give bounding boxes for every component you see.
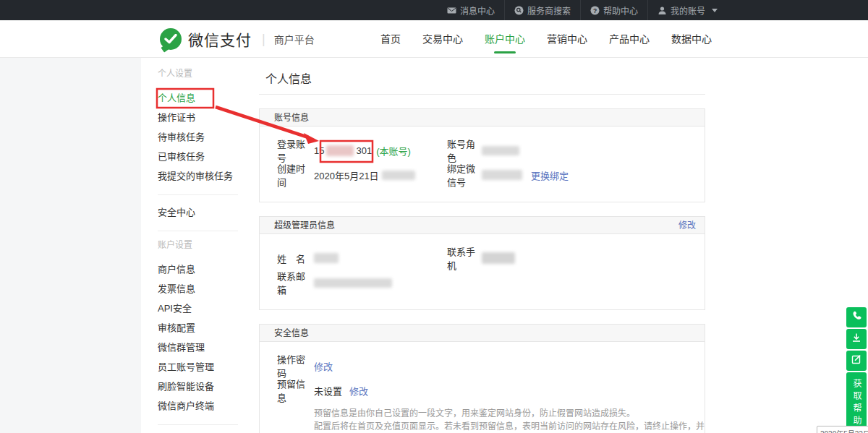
account-info-card-header: 账号信息 — [260, 109, 705, 127]
login-account-value: 15 301 (本账号) — [314, 144, 411, 158]
redacted-contact-phone — [482, 252, 515, 264]
chevron-down-icon — [712, 9, 718, 12]
feedback-button[interactable] — [846, 351, 867, 371]
reserved-edit-link[interactable]: 修改 — [349, 384, 368, 398]
sidebar-section-security: 安全中心 — [141, 195, 250, 222]
title-divider — [259, 94, 705, 95]
reserved-info-label: 预留信息 — [277, 377, 314, 404]
redacted-admin-name — [314, 253, 339, 263]
card-title: 超级管理员信息 — [274, 217, 335, 233]
sidebar-item-api-security[interactable]: API安全 — [141, 299, 250, 318]
topbar-item-label: 服务商搜索 — [527, 4, 571, 17]
left-gutter — [0, 58, 141, 433]
redacted-account-role — [482, 146, 519, 155]
redacted-wechat-id — [482, 170, 522, 180]
account-role-label: 账号角色 — [447, 137, 482, 164]
change-binding-link[interactable]: 更换绑定 — [531, 168, 569, 182]
account-info-card: 账号信息 登录账号 15 301 (本账号) 账号角色 — [259, 108, 705, 202]
main-content: 个人信息 账号信息 登录账号 15 301 (本账号) — [259, 58, 705, 433]
redacted-created-time — [382, 171, 415, 180]
sidebar-item-wechat-group[interactable]: 微信群管理 — [141, 338, 250, 357]
svg-text:?: ? — [593, 7, 597, 14]
header: 微信支付 | 商户平台 首页 交易中心 账户中心 营销中心 产品中心 数据中心 — [0, 20, 868, 58]
topbar-item-messages[interactable]: 消息中心 — [438, 0, 504, 20]
sidebar-section-account: 账户设置 商户信息 发票信息 API安全 审核配置 微信群管理 员工账号管理 刷… — [141, 231, 250, 416]
created-time-value: 2020年5月21日 — [314, 168, 415, 182]
download-icon — [851, 332, 862, 346]
mail-icon — [447, 6, 456, 15]
admin-name-label: 姓 名 — [277, 252, 314, 265]
nav-item-data-center[interactable]: 数据中心 — [671, 20, 712, 58]
main-nav: 首页 交易中心 账户中心 营销中心 产品中心 数据中心 — [380, 20, 712, 58]
super-admin-card: 超级管理员信息 修改 姓 名 联系手机 联系邮箱 — [259, 216, 705, 310]
user-icon — [658, 6, 667, 15]
super-admin-card-header: 超级管理员信息 修改 — [260, 217, 705, 234]
sidebar-item-operation-cert[interactable]: 操作证书 — [141, 108, 250, 127]
topbar-item-help-center[interactable]: ? 帮助中心 — [580, 0, 647, 20]
password-edit-link[interactable]: 修改 — [314, 359, 333, 373]
sidebar-divider — [158, 424, 238, 425]
nav-item-marketing-center[interactable]: 营销中心 — [547, 20, 587, 58]
admin-edit-link[interactable]: 修改 — [678, 217, 696, 233]
brand-logo[interactable]: 微信支付 | 商户平台 — [160, 28, 315, 50]
phone-icon — [851, 310, 862, 325]
sidebar-item-invoice-info[interactable]: 发票信息 — [141, 279, 250, 299]
topbar-item-label: 消息中心 — [460, 4, 495, 17]
nav-item-transaction-center[interactable]: 交易中心 — [422, 20, 463, 58]
sidebar-item-review-config[interactable]: 审核配置 — [141, 318, 250, 338]
sidebar-section-title: 账户设置 — [158, 239, 250, 251]
brand-subtitle: 商户平台 — [274, 32, 315, 46]
current-account-tag: (本账号) — [376, 144, 411, 158]
sidebar-item-personal-info[interactable]: 个人信息 — [141, 88, 250, 108]
topbar-item-my-account[interactable]: 我的账号 — [647, 0, 727, 20]
search-icon — [514, 6, 524, 15]
sidebar-item-staff-account[interactable]: 员工账号管理 — [141, 357, 250, 377]
download-button[interactable] — [846, 329, 867, 349]
contact-phone-button[interactable] — [846, 307, 867, 327]
sidebar-section-personal: 个人设置 个人信息 操作证书 待审核任务 已审核任务 我提交的审核任务 — [141, 58, 250, 186]
redacted-account-digits — [326, 145, 354, 156]
nav-item-home[interactable]: 首页 — [380, 20, 401, 58]
sidebar-item-face-device[interactable]: 刷脸智能设备 — [141, 377, 250, 396]
topbar-item-label: 帮助中心 — [603, 4, 638, 17]
date-tooltip: 2020年5月22日 — [817, 426, 868, 433]
card-title: 账号信息 — [274, 109, 309, 126]
operation-password-label: 操作密码 — [277, 352, 314, 380]
page-title: 个人信息 — [265, 72, 705, 86]
brand-name: 微信支付 — [188, 28, 252, 50]
sidebar: 个人设置 个人信息 操作证书 待审核任务 已审核任务 我提交的审核任务 安全中心… — [141, 58, 250, 433]
edit-icon — [851, 353, 862, 368]
page-body: 个人设置 个人信息 操作证书 待审核任务 已审核任务 我提交的审核任务 安全中心… — [0, 58, 868, 433]
sidebar-item-security-center[interactable]: 安全中心 — [141, 202, 250, 222]
reserved-info-description: 预留信息是由你自己设置的一段文字，用来鉴定网站身份，防止假冒网站造成损失。 配置… — [314, 407, 705, 433]
brand-divider: | — [262, 32, 265, 47]
wechat-pay-logo-icon — [160, 28, 182, 50]
sidebar-item-pending-review[interactable]: 待审核任务 — [141, 127, 250, 147]
get-help-button[interactable]: 获取帮助 — [846, 372, 867, 433]
card-title: 安全信息 — [274, 325, 309, 341]
reserved-info-status: 未设置 — [314, 384, 342, 398]
sidebar-item-reviewed[interactable]: 已审核任务 — [141, 147, 250, 166]
floating-help-group: 获取帮助 — [846, 307, 867, 433]
security-info-card-header: 安全信息 — [260, 325, 705, 342]
bound-wechat-label: 绑定微信号 — [447, 161, 482, 189]
topbar-item-label: 我的账号 — [671, 4, 705, 17]
login-account-label: 登录账号 — [277, 137, 314, 164]
sidebar-item-my-submitted-review[interactable]: 我提交的审核任务 — [141, 166, 250, 186]
contact-phone-label: 联系手机 — [447, 244, 482, 272]
created-time-label: 创建时间 — [277, 161, 314, 189]
topbar-item-provider-search[interactable]: 服务商搜索 — [504, 0, 580, 20]
sidebar-section-title: 个人设置 — [158, 68, 250, 80]
get-help-label: 获取帮助 — [846, 379, 867, 428]
topbar: 消息中心 服务商搜索 ? 帮助中心 我的账号 — [0, 0, 868, 20]
contact-email-label: 联系邮箱 — [277, 269, 314, 296]
help-icon: ? — [590, 6, 600, 15]
security-info-card: 安全信息 操作密码 修改 预留信息 未设置 修改 预留 — [259, 324, 705, 433]
sidebar-item-merchant-terminal[interactable]: 微信商户终端 — [141, 396, 250, 416]
nav-item-account-center[interactable]: 账户中心 — [485, 20, 525, 58]
sidebar-item-merchant-info[interactable]: 商户信息 — [141, 260, 250, 279]
nav-item-product-center[interactable]: 产品中心 — [609, 20, 650, 58]
redacted-contact-email — [314, 278, 392, 288]
